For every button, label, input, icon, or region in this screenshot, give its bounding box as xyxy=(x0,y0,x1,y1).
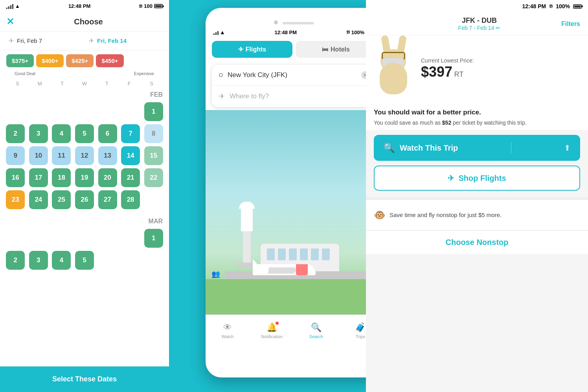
phone-status-bar: ▲ 12:48 PM 𝔅 100% xyxy=(206,28,382,37)
phone-notch xyxy=(206,8,382,28)
flight-route: JFK - DUB Feb 7 - Feb 14 ✏ xyxy=(458,17,501,31)
price-badge-orange2[interactable]: $425+ xyxy=(66,54,94,67)
route-dates: Feb 7 - Feb 14 ✏ xyxy=(458,25,501,31)
cal-day-22[interactable]: 22 xyxy=(144,168,163,187)
search-from-row[interactable]: New York City (JFK) ✕ xyxy=(212,65,376,85)
nav-trips-label: Trips xyxy=(356,334,365,339)
nav-search-label: Search xyxy=(309,334,323,339)
phone-bt-icon: 𝔅 xyxy=(346,29,350,35)
depart-plane-icon: ✈ xyxy=(9,37,14,44)
mar-day-3[interactable]: 3 xyxy=(29,251,48,270)
cal-day-15[interactable]: 15 xyxy=(144,146,163,165)
divider xyxy=(366,197,588,200)
cal-day-18[interactable]: 18 xyxy=(52,168,71,187)
terminal-window xyxy=(267,248,275,260)
nav-notification-label: Notification xyxy=(261,334,283,339)
mar-day-5[interactable]: 5 xyxy=(75,251,94,270)
cal-day-28[interactable]: 28 xyxy=(121,190,140,209)
price-badge-orange[interactable]: $400+ xyxy=(36,54,64,67)
control-tower xyxy=(237,208,257,267)
cal-day-2[interactable]: 2 xyxy=(6,124,25,143)
from-dot-icon xyxy=(219,73,223,77)
return-date[interactable]: ✈ Fri, Feb 14 xyxy=(86,35,163,47)
trips-nav-icon: 🧳 xyxy=(355,322,366,333)
mar-day-2[interactable]: 2 xyxy=(6,251,25,270)
tab-flights-icon: ✈ xyxy=(238,46,243,53)
watch-trip-label: Watch This Trip xyxy=(400,144,458,153)
return-plane-icon: ✈ xyxy=(89,37,94,44)
cal-day-11[interactable]: 11 xyxy=(52,146,71,165)
cal-day-26[interactable]: 26 xyxy=(75,190,94,209)
cal-empty xyxy=(52,102,71,121)
search-to-row[interactable]: ✈ Where to fly? xyxy=(212,85,376,107)
tab-flights[interactable]: ✈ Flights xyxy=(212,41,292,58)
cal-day-25[interactable]: 25 xyxy=(52,190,71,209)
mar-day-6[interactable]: 6 xyxy=(98,251,117,270)
filters-button[interactable]: Filters xyxy=(561,20,580,28)
price-badge-green[interactable]: $375+ xyxy=(6,54,34,67)
cal-day-13[interactable]: 13 xyxy=(98,146,117,165)
bunny-body xyxy=(380,63,407,94)
right-header: JFK - DUB Feb 7 - Feb 14 ✏ Filters xyxy=(366,13,588,35)
left-battery: 100 xyxy=(144,3,153,9)
watch-trip-button[interactable]: 🔍 Watch This Trip ⬆ xyxy=(374,135,580,161)
left-calendar-panel: ▲ 12:48 PM 𝔅 100 ✕ Choose ✈ Fri, Feb 7 ✈… xyxy=(0,0,169,392)
nav-search[interactable]: 🔍 Search xyxy=(294,315,338,346)
departure-date[interactable]: ✈ Fri, Feb 7 xyxy=(6,35,83,47)
nav-notification[interactable]: 🔔 Notification xyxy=(250,315,294,346)
cal-day-7[interactable]: 7 xyxy=(121,124,140,143)
choose-nonstop-button[interactable]: Choose Nonstop xyxy=(366,230,588,254)
tower-body xyxy=(243,231,251,263)
tab-hotels[interactable]: 🛏 Hotels xyxy=(296,41,376,58)
signal-icon xyxy=(6,4,13,9)
center-phone-panel: ▲ 12:48 PM 𝔅 100% ✈ Flights 🛏 Hotels xyxy=(204,0,384,392)
cal-day-16[interactable]: 16 xyxy=(6,168,25,187)
phone-notch-bar xyxy=(283,22,314,24)
price-badge-red[interactable]: $450+ xyxy=(96,54,123,67)
cal-day-6[interactable]: 6 xyxy=(98,124,117,143)
terminal-window xyxy=(289,248,297,260)
cal-day-12[interactable]: 12 xyxy=(75,146,94,165)
left-status-bar: ▲ 12:48 PM 𝔅 100 xyxy=(0,0,169,12)
advice-sub: You could save as much as $52 per ticket… xyxy=(374,119,580,127)
cal-day-14[interactable]: 14 xyxy=(121,146,140,165)
cal-day-23[interactable]: 23 xyxy=(6,190,25,209)
mar-empty xyxy=(121,229,140,248)
cal-day-20[interactable]: 20 xyxy=(98,168,117,187)
cal-day-10[interactable]: 10 xyxy=(29,146,48,165)
route-title: JFK - DUB xyxy=(458,17,501,25)
nav-watch[interactable]: 👁 Watch xyxy=(206,315,250,346)
cal-day-19[interactable]: 19 xyxy=(75,168,94,187)
cal-day-4[interactable]: 4 xyxy=(52,124,71,143)
search-nav-icon: 🔍 xyxy=(311,322,322,333)
mar-empty xyxy=(52,229,71,248)
price-display: $397 RT xyxy=(421,64,580,80)
cal-day-17[interactable]: 17 xyxy=(29,168,48,187)
shop-flights-button[interactable]: ✈ Shop Flights xyxy=(374,166,580,191)
tab-flights-label: Flights xyxy=(246,46,266,53)
cal-day-8[interactable]: 8 xyxy=(144,124,163,143)
mar-day-1[interactable]: 1 xyxy=(144,229,163,248)
select-dates-button[interactable]: Select These Dates xyxy=(0,366,169,392)
notification-nav-icon: 🔔 xyxy=(266,322,277,333)
mar-day-4[interactable]: 4 xyxy=(52,251,71,270)
cal-day-24[interactable]: 24 xyxy=(29,190,48,209)
advice-main: You should wait for a better price. xyxy=(374,109,580,116)
edit-icon[interactable]: ✏ xyxy=(496,25,500,31)
right-bt-icon: 𝔅 xyxy=(549,4,553,9)
cal-day-1[interactable]: 1 xyxy=(144,102,163,121)
right-time: 12:48 PM xyxy=(522,3,546,9)
price-unit: RT xyxy=(454,70,464,78)
share-icon[interactable]: ⬆ xyxy=(564,143,571,153)
shop-flights-icon: ✈ xyxy=(448,173,454,183)
close-button[interactable]: ✕ xyxy=(6,16,14,27)
cal-day-27[interactable]: 27 xyxy=(98,190,117,209)
cal-day-9[interactable]: 9 xyxy=(6,146,25,165)
cal-empty xyxy=(6,102,25,121)
cal-day-5[interactable]: 5 xyxy=(75,124,94,143)
cal-day-21[interactable]: 21 xyxy=(121,168,140,187)
mar-empty xyxy=(6,229,25,248)
shop-flights-label: Shop Flights xyxy=(458,174,506,183)
deal-labels: Good Deal Expensive xyxy=(0,71,169,79)
cal-day-3[interactable]: 3 xyxy=(29,124,48,143)
